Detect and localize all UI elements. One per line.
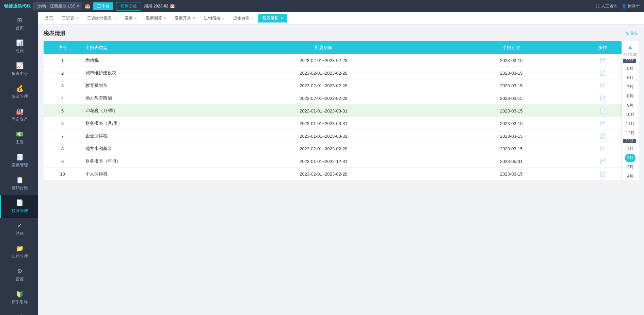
- cell-action: 📄: [584, 117, 622, 130]
- tab-close-invoice_calc[interactable]: ×: [164, 16, 166, 20]
- action-icon-2[interactable]: 📄: [600, 70, 606, 76]
- page-content: 税表清册 ↻ 刷新 序号 申报表类型 所属期间 申报: [38, 25, 644, 315]
- sidebar-item-settlement[interactable]: ✔结账: [0, 218, 38, 241]
- cal-month-2022-5月[interactable]: 5月: [623, 64, 638, 73]
- cal-month-2022-11月[interactable]: 11月: [623, 119, 638, 129]
- table-row: 8 地方水利基金 2023-02-01~2023-02-28 2023-03-1…: [44, 142, 622, 155]
- tax-table: 序号 申报表类型 所属期间 申报期限 操作 1 增值税 2023-02-01~2…: [44, 41, 622, 180]
- action-icon-8[interactable]: 📄: [600, 146, 606, 151]
- refresh-icon: ↻: [626, 31, 629, 36]
- headset-icon: 🎧: [595, 4, 600, 9]
- tab-home[interactable]: 首页: [41, 14, 57, 22]
- tab-purchase_check[interactable]: 进销稽核×: [200, 14, 228, 22]
- report-icon: 📈: [16, 62, 23, 70]
- cell-deadline: 2023-03-15: [439, 168, 584, 180]
- cal-header: 2023.02: [624, 51, 637, 58]
- cal-month-2023-4月[interactable]: 4月: [623, 172, 638, 180]
- tab-invoice_open[interactable]: 发票开具×: [171, 14, 199, 22]
- cal-month-2022-6月[interactable]: 6月: [623, 73, 638, 82]
- tab-close-tax_register[interactable]: ×: [281, 16, 283, 20]
- cell-action: 📄: [584, 142, 622, 155]
- col-header-period: 所属期间: [208, 41, 439, 54]
- fund-icon: 💰: [16, 85, 23, 92]
- sidebar-item-tax[interactable]: 📑税务管理: [0, 195, 38, 218]
- action-icon-10[interactable]: 📄: [600, 171, 606, 177]
- sidebar-label-home: 首页: [16, 25, 24, 31]
- cal-month-2022-10月[interactable]: 10月: [623, 110, 638, 119]
- action-icon-6[interactable]: 📄: [600, 121, 606, 126]
- sidebar-item-guide[interactable]: 🔰新手引导: [0, 286, 38, 309]
- sidebar-item-settings[interactable]: ⚙设置: [0, 264, 38, 286]
- sidebar-item-fund[interactable]: 💰资金管理: [0, 81, 38, 104]
- sidebar-item-report[interactable]: 📈报表中心: [0, 58, 38, 81]
- sidebar-item-member[interactable]: V畅会员: [0, 309, 38, 315]
- sidebar-item-salary[interactable]: 💵工资: [0, 126, 38, 149]
- cell-no: 4: [44, 92, 81, 105]
- sidebar-label-fund: 资金管理: [12, 94, 28, 100]
- period-calendar-icon[interactable]: 📅: [170, 4, 175, 9]
- sidebar-item-assets[interactable]: 🏭固定资产: [0, 104, 38, 126]
- user-menu[interactable]: 👤 徐涿华: [622, 3, 640, 9]
- workspace-button[interactable]: 工作台: [93, 2, 113, 10]
- tab-tax_register[interactable]: 税表清册×: [258, 14, 287, 22]
- tab-bar: 首页工资表×工资统计报表×发票×发票测算×发票开具×进销稽核×进销台账×税表清册…: [38, 12, 644, 25]
- content-wrapper: 序号 申报表类型 所属期间 申报期限 操作 1 增值税 2023-02-01~2…: [44, 41, 639, 180]
- sidebar-item-ledger[interactable]: 📊总账: [0, 35, 38, 58]
- human-service-btn[interactable]: 🎧 人工咨询: [595, 3, 617, 9]
- top-bar: 畅捷通易代账 (勿动）江西服垦-LSS ▾ 📅 工作台 切到旧版 期期 2023…: [0, 0, 644, 12]
- tax-icon: 📑: [16, 199, 23, 207]
- sidebar-item-purchase[interactable]: 📋进销台账: [0, 172, 38, 195]
- action-icon-4[interactable]: 📄: [600, 95, 606, 101]
- tab-purchase_ledger[interactable]: 进销台账×: [229, 14, 258, 22]
- cell-no: 9: [44, 155, 81, 168]
- tab-salary_report[interactable]: 工资统计报表×: [83, 14, 120, 22]
- cal-month-2022-8月[interactable]: 8月: [623, 92, 638, 101]
- tab-label-salary_table: 工资表: [62, 15, 74, 21]
- sidebar-label-guide: 新手引导: [12, 299, 28, 305]
- sidebar-label-tax: 税务管理: [12, 208, 28, 214]
- guide-icon: 🔰: [16, 290, 23, 298]
- refresh-button[interactable]: ↻ 刷新: [626, 31, 639, 36]
- cal-month-2022-7月[interactable]: 7月: [623, 82, 638, 92]
- sidebar-label-settlement: 结账: [16, 231, 24, 237]
- calendar-icon[interactable]: 📅: [85, 4, 90, 9]
- period-info: 期期 2023-02 📅: [144, 3, 175, 9]
- cell-period: 2023-02-01~2023-02-28: [208, 92, 439, 105]
- switch-btn[interactable]: 切到旧版: [116, 2, 141, 11]
- tab-invoice[interactable]: 发票×: [120, 14, 141, 22]
- sidebar-item-home[interactable]: ⊞首页: [0, 12, 38, 35]
- tab-salary_table[interactable]: 工资表×: [58, 14, 82, 22]
- tab-close-salary_table[interactable]: ×: [76, 16, 78, 20]
- cell-period: 2023-02-01~2023-02-28: [208, 168, 439, 180]
- cal-month-2023-2月[interactable]: 2月: [625, 154, 635, 162]
- action-icon-5[interactable]: 📄: [600, 108, 606, 114]
- tab-close-purchase_check[interactable]: ×: [222, 16, 224, 20]
- cell-deadline: 2023-03-15: [439, 67, 584, 79]
- col-header-deadline: 申报期限: [439, 41, 584, 54]
- cal-month-2022-12月[interactable]: 12月: [623, 129, 638, 138]
- sidebar-item-archive[interactable]: 📁归档管理: [0, 241, 38, 264]
- sidebar-label-settings: 设置: [16, 276, 24, 282]
- tab-close-purchase_ledger[interactable]: ×: [252, 16, 254, 20]
- action-icon-7[interactable]: 📄: [600, 133, 606, 139]
- action-icon-1[interactable]: 📄: [600, 58, 606, 63]
- tab-close-invoice_open[interactable]: ×: [193, 16, 195, 20]
- cell-action: 📄: [584, 155, 622, 168]
- cal-month-2023-3月[interactable]: 3月: [623, 163, 638, 172]
- cell-no: 8: [44, 142, 81, 155]
- tab-close-salary_report[interactable]: ×: [114, 16, 116, 20]
- tab-invoice_calc[interactable]: 发票测算×: [142, 14, 170, 22]
- sidebar-item-invoice[interactable]: 🧾发票管理: [0, 149, 38, 172]
- table-row: 1 增值税 2023-02-01~2023-02-28 2023-03-15 📄: [44, 54, 622, 67]
- settings-icon: ⚙: [17, 268, 22, 275]
- tab-label-invoice_calc: 发票测算: [146, 15, 162, 21]
- cal-nav-up[interactable]: ▲: [626, 43, 634, 51]
- cal-month-2022-9月[interactable]: 9月: [623, 101, 638, 110]
- action-icon-9[interactable]: 📄: [600, 159, 606, 164]
- tab-close-invoice[interactable]: ×: [135, 16, 137, 20]
- company-selector[interactable]: (勿动）江西服垦-LSS ▾: [33, 2, 82, 10]
- sidebar: ⊞首页📊总账📈报表中心💰资金管理🏭固定资产💵工资🧾发票管理📋进销台账📑税务管理✔…: [0, 12, 38, 315]
- cal-month-2023-1月[interactable]: 1月: [623, 144, 638, 153]
- action-icon-3[interactable]: 📄: [600, 83, 606, 88]
- table-row: 9 财务报表（年报） 2022-01-01~2022-12-31 2023-05…: [44, 155, 622, 168]
